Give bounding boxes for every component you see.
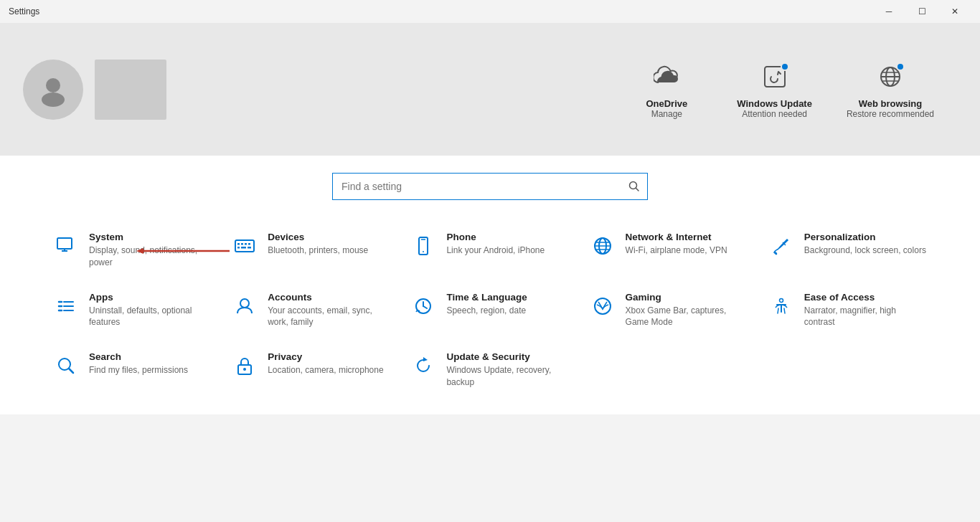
settings-item-devices[interactable]: Devices Bluetooth, printers, mouse xyxy=(222,220,400,280)
svg-line-41 xyxy=(423,306,427,308)
search-settings-title: Search xyxy=(89,351,212,362)
settings-item-gaming[interactable]: Gaming Xbox Game Bar, captures, Game Mod… xyxy=(580,280,758,341)
onedrive-icon xyxy=(649,60,684,94)
ease-of-access-subtitle: Narrator, magnifier, high contrast xyxy=(804,305,927,329)
search-container xyxy=(29,156,951,220)
search-input[interactable] xyxy=(333,175,621,198)
svg-rect-15 xyxy=(235,240,254,252)
svg-point-47 xyxy=(243,368,246,371)
cloud-icon xyxy=(654,64,679,90)
ease-of-access-title: Ease of Access xyxy=(804,292,927,303)
personalization-subtitle: Background, lock screen, colors xyxy=(804,245,927,257)
onedrive-link[interactable]: OneDrive Manage xyxy=(631,60,702,119)
search-settings-subtitle: Find my files, permissions xyxy=(89,364,212,376)
svg-line-9 xyxy=(636,189,639,191)
main-content: System Display, sound, notifications, po… xyxy=(0,156,980,414)
onedrive-title: OneDrive xyxy=(646,98,687,109)
settings-item-accounts[interactable]: Accounts Your accounts, email, sync, wor… xyxy=(222,280,400,341)
search-icon xyxy=(628,181,640,192)
network-title: Network & Internet xyxy=(626,232,748,242)
svg-point-42 xyxy=(595,298,611,314)
time-language-subtitle: Speech, region, date xyxy=(446,305,569,317)
settings-grid: System Display, sound, notifications, po… xyxy=(29,220,951,400)
svg-rect-18 xyxy=(245,243,247,245)
time-language-icon xyxy=(410,293,436,319)
svg-rect-17 xyxy=(241,243,243,245)
ease-access-icon xyxy=(768,293,794,319)
svg-point-0 xyxy=(46,78,60,92)
network-subtitle: Wi-Fi, airplane mode, VPN xyxy=(626,245,748,257)
system-subtitle: Display, sound, notifications, power xyxy=(89,245,212,269)
svg-line-45 xyxy=(69,369,73,373)
windows-update-title: Windows Update xyxy=(737,98,812,109)
user-icon xyxy=(36,72,70,107)
settings-item-personalization[interactable]: Personalization Background, lock screen,… xyxy=(758,220,937,280)
windows-update-link[interactable]: Windows Update Attention needed xyxy=(737,60,812,119)
phone-title: Phone xyxy=(446,232,569,242)
web-browsing-link[interactable]: Web browsing Restore recommended xyxy=(847,60,934,119)
header-links: OneDrive Manage Windows Update Attention… xyxy=(631,60,934,119)
apps-subtitle: Uninstall, defaults, optional features xyxy=(89,305,212,329)
app-title: Settings xyxy=(9,6,39,16)
time-language-title: Time & Language xyxy=(446,292,569,303)
privacy-subtitle: Location, camera, microphone xyxy=(268,364,390,376)
avatar[interactable] xyxy=(23,60,83,120)
header-section: OneDrive Manage Windows Update Attention… xyxy=(0,23,980,156)
web-browsing-title: Web browsing xyxy=(859,98,923,109)
privacy-title: Privacy xyxy=(268,351,390,362)
svg-point-38 xyxy=(240,299,249,308)
svg-rect-16 xyxy=(237,243,240,245)
settings-item-phone[interactable]: Phone Link your Android, iPhone xyxy=(400,220,579,280)
settings-item-search[interactable]: Search Find my files, permissions xyxy=(43,340,222,400)
settings-item-ease-of-access[interactable]: Ease of Access Narrator, magnifier, high… xyxy=(758,280,937,341)
apps-list-icon xyxy=(53,293,79,319)
update-security-icon xyxy=(410,353,436,379)
windows-update-subtitle: Attention needed xyxy=(742,109,807,119)
monitor-icon xyxy=(53,233,79,259)
svg-point-43 xyxy=(779,298,783,302)
settings-item-system[interactable]: System Display, sound, notifications, po… xyxy=(43,220,222,280)
user-name-placeholder xyxy=(95,60,166,120)
devices-subtitle: Bluetooth, printers, mouse xyxy=(268,245,390,257)
profile-area xyxy=(23,60,613,120)
settings-item-update-security[interactable]: Update & Security Windows Update, recove… xyxy=(400,340,579,400)
globe-network-icon xyxy=(590,233,616,259)
accounts-title: Accounts xyxy=(268,292,390,303)
svg-rect-20 xyxy=(237,247,240,249)
update-notification-dot xyxy=(781,62,789,71)
svg-point-1 xyxy=(42,92,65,107)
web-browsing-icon xyxy=(873,60,908,94)
accounts-subtitle: Your accounts, email, sync, work, family xyxy=(268,305,390,329)
settings-item-time-language[interactable]: Time & Language Speech, region, date xyxy=(400,280,579,341)
lock-icon xyxy=(232,353,258,379)
svg-rect-19 xyxy=(248,243,250,245)
window-controls: ─ ☐ ✕ xyxy=(872,0,971,23)
person-icon xyxy=(232,293,258,319)
apps-title: Apps xyxy=(89,292,212,303)
search-bar xyxy=(332,173,648,200)
gaming-title: Gaming xyxy=(626,292,748,303)
onedrive-subtitle: Manage xyxy=(651,109,682,119)
search-button[interactable] xyxy=(621,174,647,199)
update-security-title: Update & Security xyxy=(446,351,569,362)
phone-subtitle: Link your Android, iPhone xyxy=(446,245,569,257)
phone-icon xyxy=(410,233,436,259)
gaming-subtitle: Xbox Game Bar, captures, Game Mode xyxy=(626,305,748,329)
xbox-icon xyxy=(590,293,616,319)
personalization-title: Personalization xyxy=(804,232,927,242)
close-button[interactable]: ✕ xyxy=(938,0,971,23)
svg-rect-21 xyxy=(241,247,246,249)
search-settings-icon xyxy=(53,353,79,379)
devices-title: Devices xyxy=(268,232,390,242)
minimize-button[interactable]: ─ xyxy=(872,0,905,23)
svg-rect-12 xyxy=(57,238,72,249)
settings-item-apps[interactable]: Apps Uninstall, defaults, optional featu… xyxy=(43,280,222,341)
svg-rect-22 xyxy=(248,247,251,249)
settings-item-network[interactable]: Network & Internet Wi-Fi, airplane mode,… xyxy=(580,220,758,280)
title-bar: Settings ─ ☐ ✕ xyxy=(0,0,980,23)
keyboard-icon xyxy=(232,233,258,259)
maximize-button[interactable]: ☐ xyxy=(905,0,938,23)
settings-item-privacy[interactable]: Privacy Location, camera, microphone xyxy=(222,340,400,400)
system-title: System xyxy=(89,232,212,242)
brush-icon xyxy=(768,233,794,259)
